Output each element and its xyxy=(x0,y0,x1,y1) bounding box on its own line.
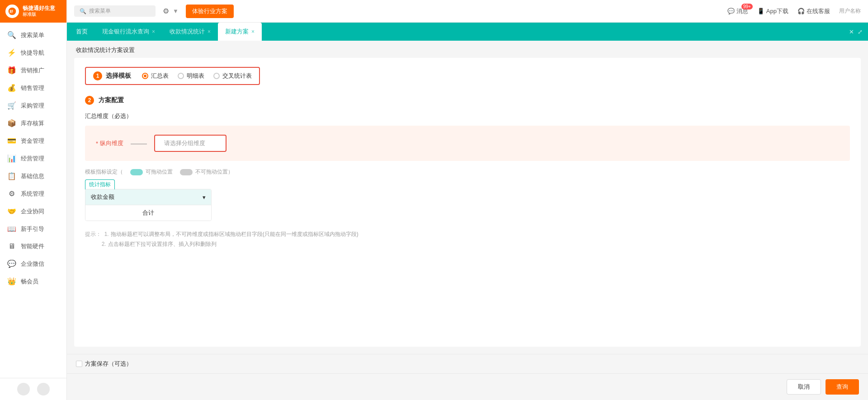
tab-new-plan-close[interactable]: × xyxy=(251,28,255,35)
header: 🔍 搜索菜单 ⚙ ▼ 体验行业方案 💬 消息 99+ 📱 App下载 🎧 在线客… xyxy=(67,0,868,23)
arrow-separator: —— xyxy=(131,139,147,148)
metrics-group-label: 统计指标 xyxy=(85,179,115,189)
radio-detail[interactable]: 明细表 xyxy=(178,72,204,80)
step1-header: 1 选择模板 汇总表 明细表 xyxy=(85,67,850,85)
content-area: 收款情况统计方案设置 1 选择模板 汇总表 xyxy=(67,41,868,400)
metrics-item-payment[interactable]: 收款金额 ▾ xyxy=(85,189,211,205)
tab-new-plan[interactable]: 新建方案 × xyxy=(218,23,262,41)
header-search[interactable]: 🔍 搜索菜单 xyxy=(74,5,156,17)
radio-cross-circle xyxy=(213,73,220,79)
radio-cross[interactable]: 交叉统计表 xyxy=(213,72,252,80)
tab-bank-close[interactable]: × xyxy=(152,28,155,35)
sidebar-item-label: 系统管理 xyxy=(21,190,44,198)
app-edition: 标准版 xyxy=(23,11,55,18)
radio-summary-circle xyxy=(142,73,148,79)
dimension-row: * 纵向维度 —— 请选择分组维度 xyxy=(96,135,839,152)
sidebar-item-member[interactable]: 👑 畅会员 xyxy=(0,273,66,290)
notification-btn[interactable]: 💬 消息 99+ xyxy=(727,7,748,15)
radio-detail-circle xyxy=(178,73,184,79)
tip-2: 2. 点击标题栏下拉可设置排序、插入列和删除列 xyxy=(85,240,850,249)
radio-detail-label: 明细表 xyxy=(187,72,204,80)
tab-collection[interactable]: 收款情况统计 × xyxy=(162,23,218,41)
tab-bar-actions: ✕ ⤢ xyxy=(849,28,866,35)
save-option[interactable]: 方案保存（可选） xyxy=(76,360,132,368)
sales-icon: 💰 xyxy=(7,84,16,92)
sidebar-item-label: 企业协同 xyxy=(21,207,44,216)
step2-badge: 2 xyxy=(85,96,94,105)
maximize-icon[interactable]: ⤢ xyxy=(858,28,863,35)
hardware-icon: 🖥 xyxy=(7,242,16,250)
metrics-label: 模板指标设定（ xyxy=(85,168,123,176)
download-btn[interactable]: 📱 App下载 xyxy=(757,7,788,15)
sidebar-item-hardware[interactable]: 🖥 智能硬件 xyxy=(0,238,66,255)
sidebar-item-guide[interactable]: 📖 新手引导 xyxy=(0,220,66,238)
service-btn[interactable]: 🎧 在线客服 xyxy=(797,7,830,15)
finance-icon: 💳 xyxy=(7,136,16,145)
message-icon: 💬 xyxy=(727,8,735,14)
industry-btn[interactable]: 体验行业方案 xyxy=(186,5,234,18)
sidebar-item-label: 营销推广 xyxy=(21,66,44,75)
sidebar-item-marketing[interactable]: 🎁 营销推广 xyxy=(0,61,66,79)
search-placeholder: 搜索菜单 xyxy=(89,7,111,15)
sidebar-item-label: 畅会员 xyxy=(21,278,38,286)
search-icon: 🔍 xyxy=(80,8,86,14)
tab-home[interactable]: 首页 xyxy=(69,23,95,41)
radio-summary[interactable]: 汇总表 xyxy=(142,72,169,80)
sidebar-item-sales[interactable]: 💰 销售管理 xyxy=(0,79,66,97)
sidebar-item-basic-info[interactable]: 📋 基础信息 xyxy=(0,167,66,185)
sidebar-item-wechat[interactable]: 💬 企业微信 xyxy=(0,255,66,273)
sidebar-item-label: 经营管理 xyxy=(21,155,44,163)
dimension-selector[interactable]: 请选择分组维度 xyxy=(154,135,226,152)
user-info[interactable]: 用户名称 xyxy=(839,7,861,15)
template-radio-group: 汇总表 明细表 交叉统计表 xyxy=(142,72,252,80)
sidebar-item-system[interactable]: ⚙ 系统管理 xyxy=(0,185,66,202)
radio-summary-label: 汇总表 xyxy=(151,72,169,80)
sidebar-item-operation[interactable]: 📊 经营管理 xyxy=(0,150,66,167)
drag-indicator-dot xyxy=(130,169,143,175)
draggable-label: 可拖动位置 xyxy=(146,168,173,176)
sidebar: 好 畅捷通好生意 标准版 🔍 搜索菜单 ⚡ 快捷导航 🎁 营销推广 💰 销售管理… xyxy=(0,0,67,400)
settings-icon[interactable]: ⚙ xyxy=(163,7,169,15)
user-avatar[interactable] xyxy=(17,383,30,395)
sidebar-item-purchase[interactable]: 🛒 采购管理 xyxy=(0,97,66,114)
tab-collection-close[interactable]: × xyxy=(208,28,211,35)
page-title: 收款情况统计方案设置 xyxy=(67,41,868,58)
header-tools: ⚙ ▼ xyxy=(163,7,179,15)
step2-label: 方案配置 xyxy=(99,96,124,104)
sidebar-footer xyxy=(0,378,66,400)
tip-1-text: 拖动标题栏可以调整布局，不可跨维度或指标区域拖动栏目字段(只能在同一维度或指标区… xyxy=(111,230,359,240)
new-plan-tab-label: 新建方案 xyxy=(225,28,249,36)
sidebar-item-finance[interactable]: 💳 资金管理 xyxy=(0,132,66,150)
metrics-table-wrapper: 统计指标 收款金额 ▾ 合计 xyxy=(85,179,212,221)
metrics-header-row: 模板指标设定（ 可拖动位置 不可拖动位置） xyxy=(85,168,850,176)
step2-section: 2 方案配置 汇总维度（必选） * 纵向维度 —— xyxy=(85,96,850,249)
tip-1: 提示： 1. 拖动标题栏可以调整布局，不可跨维度或指标区域拖动栏目字段(只能在同… xyxy=(85,230,850,240)
sidebar-item-search[interactable]: 🔍 搜索菜单 xyxy=(0,26,66,44)
user-avatar-2[interactable] xyxy=(37,383,50,395)
sidebar-item-cooperation[interactable]: 🤝 企业协同 xyxy=(0,202,66,220)
sidebar-item-quick-nav[interactable]: ⚡ 快捷导航 xyxy=(0,44,66,61)
sidebar-item-label: 资金管理 xyxy=(21,137,44,145)
cancel-button[interactable]: 取消 xyxy=(787,379,821,395)
sidebar-item-label: 基础信息 xyxy=(21,172,44,180)
query-button[interactable]: 查询 xyxy=(826,379,859,395)
dimension-area: * 纵向维度 —— 请选择分组维度 xyxy=(85,126,850,161)
required-mark: * 纵向维度 xyxy=(96,139,123,147)
dropdown-chevron-icon[interactable]: ▾ xyxy=(203,194,206,201)
search-icon: 🔍 xyxy=(7,31,16,39)
sidebar-item-label: 搜索菜单 xyxy=(21,31,44,39)
dimension-config: 汇总维度（必选） * 纵向维度 —— 请选择分组维度 xyxy=(85,112,850,161)
bank-tab-label: 现金银行流水查询 xyxy=(102,28,149,36)
step1-badge: 1 xyxy=(93,71,102,80)
tab-bank[interactable]: 现金银行流水查询 × xyxy=(95,23,162,41)
step2-header: 2 方案配置 xyxy=(85,96,850,105)
save-checkbox[interactable] xyxy=(76,361,82,367)
dropdown-icon[interactable]: ▼ xyxy=(173,8,179,14)
metrics-item-label: 收款金额 xyxy=(91,193,114,201)
logo-icon: 好 xyxy=(5,5,19,18)
dimension-label: 汇总维度（必选） xyxy=(85,112,850,120)
close-window-icon[interactable]: ✕ xyxy=(849,28,854,35)
sidebar-item-label: 库存核算 xyxy=(21,119,44,127)
step1-section: 1 选择模板 汇总表 明细表 xyxy=(85,67,850,85)
sidebar-item-inventory[interactable]: 📦 库存核算 xyxy=(0,114,66,132)
